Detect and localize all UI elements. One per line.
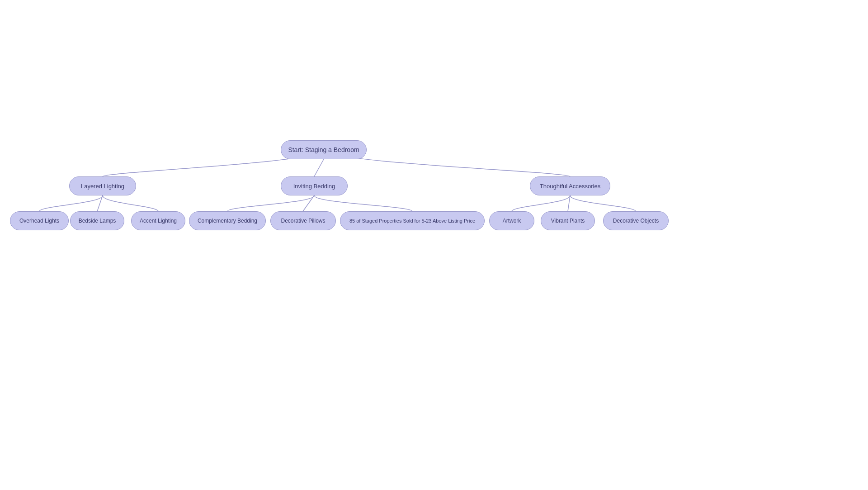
bedside-lamps-node: Bedside Lamps	[70, 211, 124, 230]
overhead-lights-node: Overhead Lights	[10, 211, 69, 230]
layered-lighting-node: Layered Lighting	[69, 176, 136, 195]
decorative-pillows-node: Decorative Pillows	[270, 211, 336, 230]
decorative-objects-node: Decorative Objects	[603, 211, 669, 230]
diagram-container: Start: Staging a Bedroom Layered Lightin…	[0, 0, 868, 490]
artwork-node: Artwork	[489, 211, 534, 230]
connectors-svg	[0, 0, 868, 490]
inviting-bedding-node: Inviting Bedding	[281, 176, 348, 195]
vibrant-plants-node: Vibrant Plants	[541, 211, 595, 230]
complementary-bedding-node: Complementary Bedding	[189, 211, 266, 230]
staged-properties-node: 85 of Staged Properties Sold for 5-23 Ab…	[340, 211, 485, 230]
thoughtful-accessories-node: Thoughtful Accessories	[530, 176, 610, 195]
root-node: Start: Staging a Bedroom	[281, 140, 367, 159]
accent-lighting-node: Accent Lighting	[131, 211, 185, 230]
